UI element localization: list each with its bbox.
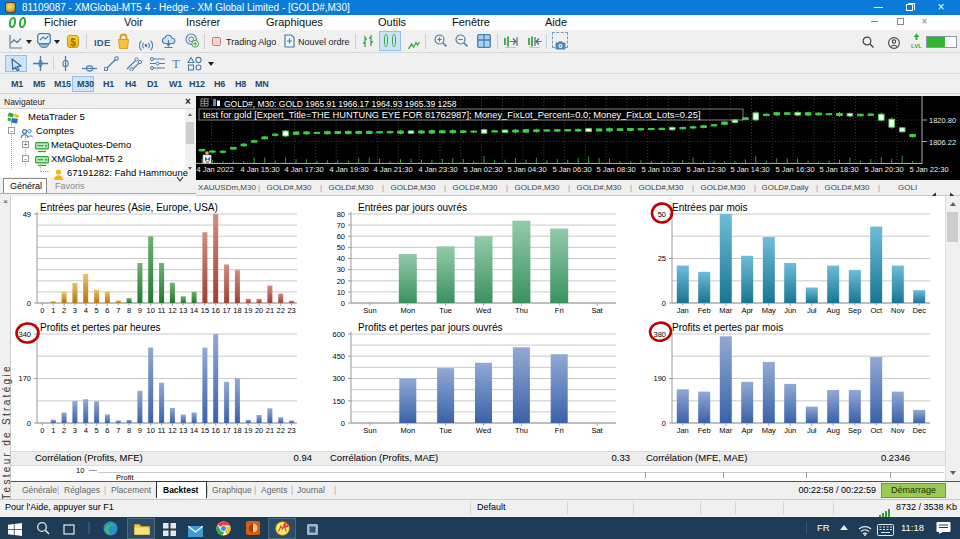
- svg-text:Mar: Mar: [719, 426, 732, 435]
- svg-text:3: 3: [73, 426, 77, 435]
- svg-text:8: 8: [127, 426, 131, 435]
- svg-text:21: 21: [266, 306, 274, 315]
- svg-text:1820.80: 1820.80: [929, 116, 956, 125]
- svg-text:5 Jan 22:30: 5 Jan 22:30: [909, 165, 948, 174]
- svg-text:25: 25: [658, 254, 666, 263]
- svg-text:5 Jan 04:30: 5 Jan 04:30: [507, 165, 546, 174]
- svg-text:Dec: Dec: [913, 426, 927, 435]
- svg-text:50: 50: [337, 243, 345, 252]
- svg-text:Wed: Wed: [476, 426, 491, 435]
- svg-text:Mon: Mon: [400, 426, 415, 435]
- svg-text:5 Jan 06:30: 5 Jan 06:30: [552, 165, 591, 174]
- svg-text:Tue: Tue: [439, 306, 452, 315]
- svg-text:Entrées par heures (Asie, Euro: Entrées par heures (Asie, Europe, USA): [40, 202, 218, 213]
- svg-text:4 Jan 17:30: 4 Jan 17:30: [284, 165, 323, 174]
- svg-text:600: 600: [332, 330, 345, 339]
- svg-text:17: 17: [222, 306, 230, 315]
- svg-text:150: 150: [332, 397, 345, 406]
- svg-text:5: 5: [94, 306, 98, 315]
- svg-text:450: 450: [332, 352, 345, 361]
- svg-text:2: 2: [62, 306, 66, 315]
- svg-text:19: 19: [244, 426, 252, 435]
- svg-text:10: 10: [337, 288, 345, 297]
- svg-text:Jul: Jul: [807, 426, 817, 435]
- svg-text:Profits et pertes par jours ou: Profits et pertes par jours ouvrés: [358, 322, 503, 333]
- svg-text:11: 11: [158, 306, 166, 315]
- svg-text:1: 1: [51, 426, 55, 435]
- svg-text:Sep: Sep: [848, 306, 861, 315]
- svg-text:Aug: Aug: [827, 426, 840, 435]
- svg-text:10: 10: [147, 426, 155, 435]
- svg-text:0: 0: [27, 419, 31, 428]
- svg-text:23: 23: [287, 426, 295, 435]
- svg-text:Jan: Jan: [677, 306, 689, 315]
- svg-text:17: 17: [222, 426, 230, 435]
- svg-text:0: 0: [341, 419, 345, 428]
- svg-text:May: May: [762, 306, 776, 315]
- svg-text:Jun: Jun: [784, 306, 796, 315]
- svg-text:Sat: Sat: [591, 426, 603, 435]
- svg-text:9: 9: [138, 306, 142, 315]
- svg-text:10: 10: [147, 306, 155, 315]
- svg-text:13: 13: [179, 306, 187, 315]
- svg-text:GOLD#, M30: GOLD 1965.91 196: GOLD#, M30: GOLD 1965.91 1966.17 1964.93…: [224, 99, 457, 109]
- svg-text:Aug: Aug: [827, 306, 840, 315]
- svg-text:20: 20: [337, 277, 345, 286]
- svg-text:Jul: Jul: [807, 306, 817, 315]
- svg-text:Fri: Fri: [555, 306, 564, 315]
- svg-text:12: 12: [168, 306, 176, 315]
- svg-text:22: 22: [277, 306, 285, 315]
- svg-text:4: 4: [84, 426, 88, 435]
- svg-text:3: 3: [73, 306, 77, 315]
- svg-text:4 Jan 15:30: 4 Jan 15:30: [240, 165, 279, 174]
- svg-text:15: 15: [201, 426, 209, 435]
- svg-text:1806.22: 1806.22: [929, 138, 956, 147]
- svg-text:Mar: Mar: [719, 306, 732, 315]
- svg-text:9: 9: [138, 426, 142, 435]
- svg-text:May: May: [762, 426, 776, 435]
- svg-text:7: 7: [116, 306, 120, 315]
- svg-text:12: 12: [168, 426, 176, 435]
- svg-text:40: 40: [337, 254, 345, 263]
- svg-text:Mon: Mon: [400, 306, 415, 315]
- svg-text:Sun: Sun: [363, 426, 376, 435]
- svg-text:0: 0: [40, 426, 44, 435]
- svg-text:1: 1: [51, 306, 55, 315]
- svg-text:5 Jan 18:30: 5 Jan 18:30: [819, 165, 858, 174]
- svg-text:Apr: Apr: [741, 306, 753, 315]
- svg-text:Entrées par jours ouvrés: Entrées par jours ouvrés: [358, 202, 467, 213]
- svg-text:18: 18: [233, 306, 241, 315]
- svg-text:test for gold [Expert_Title=TH: test for gold [Expert_Title=THE HUNTUNG …: [203, 110, 701, 120]
- svg-text:49: 49: [23, 210, 31, 219]
- svg-text:5 Jan 08:30: 5 Jan 08:30: [596, 165, 635, 174]
- svg-text:21: 21: [266, 426, 274, 435]
- svg-text:19: 19: [244, 306, 252, 315]
- svg-text:Fri: Fri: [555, 426, 564, 435]
- svg-text:Feb: Feb: [698, 426, 711, 435]
- svg-text:0: 0: [662, 419, 666, 428]
- svg-text:5 Jan 20:30: 5 Jan 20:30: [864, 165, 903, 174]
- svg-text:Feb: Feb: [698, 306, 711, 315]
- svg-text:5 Jan 02:30: 5 Jan 02:30: [463, 165, 502, 174]
- svg-text:0: 0: [662, 299, 666, 308]
- svg-text:LVL: LVL: [911, 43, 922, 49]
- svg-text:14: 14: [190, 306, 198, 315]
- svg-text:16: 16: [212, 306, 220, 315]
- svg-text:Jun: Jun: [784, 426, 796, 435]
- svg-text:Thu: Thu: [515, 306, 528, 315]
- svg-text:5 Jan 14:30: 5 Jan 14:30: [730, 165, 769, 174]
- svg-text:340: 340: [18, 330, 31, 339]
- svg-text:Profits et pertes par mois: Profits et pertes par mois: [672, 322, 783, 333]
- svg-text:300: 300: [332, 374, 345, 383]
- svg-text:5 Jan 16:30: 5 Jan 16:30: [775, 165, 814, 174]
- svg-text:Sat: Sat: [591, 306, 603, 315]
- svg-text:5: 5: [94, 426, 98, 435]
- svg-text:Oct: Oct: [870, 426, 883, 435]
- svg-text:Wed: Wed: [476, 306, 491, 315]
- svg-text:190: 190: [653, 374, 666, 383]
- svg-text:380: 380: [653, 330, 666, 339]
- svg-text:18: 18: [233, 426, 241, 435]
- svg-text:2: 2: [62, 426, 66, 435]
- svg-text:4 Jan 21:30: 4 Jan 21:30: [373, 165, 412, 174]
- svg-text:4 Jan 19:30: 4 Jan 19:30: [329, 165, 368, 174]
